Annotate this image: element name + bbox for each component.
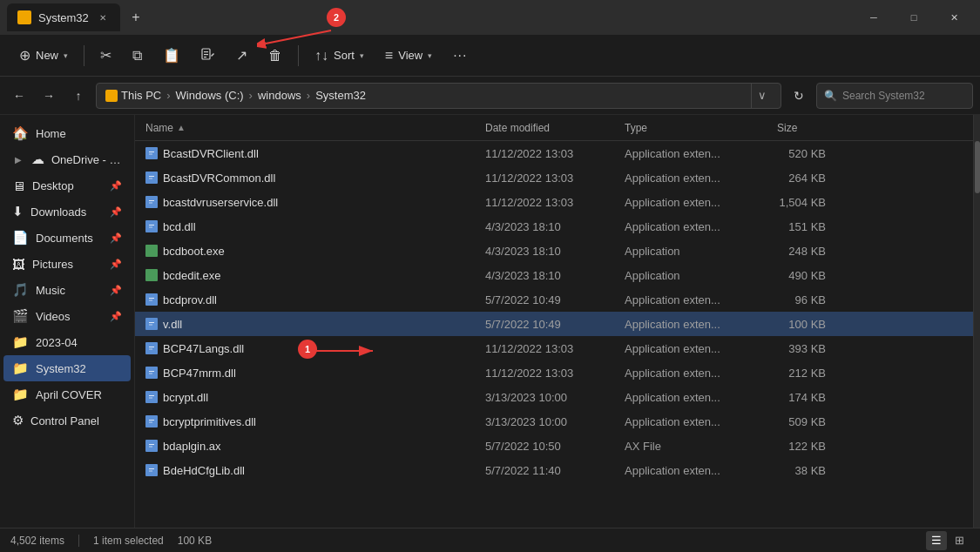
table-row[interactable]: bcdprov.dll 5/7/2022 10:49 Application e…: [135, 287, 973, 312]
sidebar-item-desktop[interactable]: 🖥 Desktop 📌: [3, 172, 131, 199]
search-placeholder: Search System32: [842, 90, 925, 102]
new-tab-button[interactable]: +: [124, 5, 148, 30]
table-row[interactable]: bcd.dll 4/3/2023 18:10 Application exten…: [135, 214, 973, 239]
refresh-button[interactable]: ↻: [787, 84, 811, 108]
arrow-annotation-2: [257, 26, 335, 52]
svg-rect-26: [149, 349, 152, 350]
table-row[interactable]: bdaplgin.ax 5/7/2022 10:50 AX File 122 K…: [135, 434, 973, 458]
sidebar-item-control-panel[interactable]: ⚙ Control Panel: [3, 407, 131, 434]
file-type: Application exten...: [625, 293, 720, 306]
file-size-cell: 96 KB: [767, 293, 836, 306]
table-row[interactable]: BcastDVRClient.dll 11/12/2022 13:03 Appl…: [135, 141, 973, 165]
file-type-cell: Application exten...: [614, 342, 767, 355]
table-row[interactable]: bcdedit.exe 4/3/2023 18:10 Application 4…: [135, 263, 973, 287]
view-list-button[interactable]: ☰: [926, 531, 947, 550]
address-path[interactable]: This PC › Windows (C:) › windows › Syste…: [96, 83, 781, 109]
cut-button[interactable]: ✂: [91, 41, 120, 71]
forward-button[interactable]: →: [37, 84, 61, 108]
file-type-cell: Application exten...: [614, 464, 767, 477]
rename-icon: [201, 47, 215, 64]
table-row[interactable]: bcastdvruserservice.dll 11/12/2022 13:03…: [135, 190, 973, 214]
file-type: Application exten...: [625, 172, 720, 185]
file-date-cell: 5/7/2022 10:50: [475, 440, 614, 453]
new-button[interactable]: ⊕ New ▾: [10, 41, 77, 71]
file-type: Application exten...: [625, 464, 720, 477]
svg-rect-16: [149, 225, 154, 226]
share-icon: ↗: [236, 47, 247, 64]
col-header-type[interactable]: Type: [614, 115, 767, 140]
copy-icon: ⧉: [132, 48, 142, 64]
col-header-date[interactable]: Date modified: [475, 115, 614, 140]
table-row[interactable]: v.dll 5/7/2022 10:49 Application exten..…: [135, 312, 973, 336]
file-name: bcdboot.exe: [163, 245, 225, 258]
toolbar: ⊕ New ▾ ✂ ⧉ 📋 ↗: [0, 35, 980, 77]
col-header-size[interactable]: Size: [767, 115, 836, 140]
documents-icon: 📄: [12, 230, 29, 246]
table-row[interactable]: BCP47Langs.dll 11/12/2022 13:03 Applicat…: [135, 336, 973, 360]
sidebar-item-downloads[interactable]: ⬇ Downloads 📌: [3, 199, 131, 225]
share-button[interactable]: ↗: [227, 41, 256, 71]
sidebar-item-system32[interactable]: 📁 System32: [3, 355, 131, 381]
table-row[interactable]: bcryptprimitives.dll 3/13/2023 10:00 App…: [135, 409, 973, 434]
view-button[interactable]: ≡ View ▾: [376, 41, 441, 71]
desktop-icon: 🖥: [12, 178, 25, 193]
view-grid-button[interactable]: ⊞: [949, 531, 970, 550]
close-button[interactable]: ✕: [935, 3, 973, 31]
up-button[interactable]: ↑: [66, 84, 91, 108]
sidebar-item-documents[interactable]: 📄 Documents 📌: [3, 225, 131, 251]
svg-rect-8: [149, 154, 152, 155]
tab-label: System32: [38, 11, 89, 24]
minimize-button[interactable]: ─: [855, 3, 893, 31]
tab-close-button[interactable]: ✕: [96, 10, 110, 24]
file-size-cell: 212 KB: [767, 367, 836, 380]
table-row[interactable]: BcastDVRCommon.dll 11/12/2022 13:03 Appl…: [135, 165, 973, 190]
file-name-cell: bcdprov.dll: [135, 293, 475, 306]
svg-rect-28: [149, 371, 154, 372]
arrow-annotation-1: [312, 342, 382, 368]
path-part-3: windows: [258, 89, 301, 102]
rename-button[interactable]: [193, 41, 224, 71]
path-separator-1: ›: [166, 89, 170, 102]
file-size: 96 KB: [795, 293, 826, 306]
svg-rect-9: [147, 173, 156, 182]
sidebar-label-april-cover: April COVER: [36, 388, 102, 401]
path-dropdown-button[interactable]: ∨: [751, 83, 772, 109]
scrollbar-thumb[interactable]: [975, 141, 980, 193]
file-type-cell: Application exten...: [614, 220, 767, 233]
sidebar-item-pictures[interactable]: 🖼 Pictures 📌: [3, 251, 131, 277]
pin-icon-music: 📌: [110, 285, 122, 296]
sidebar-item-april-cover[interactable]: 📁 April COVER: [3, 381, 131, 407]
table-row[interactable]: bcdboot.exe 4/3/2023 18:10 Application 2…: [135, 239, 973, 263]
more-icon: ···: [453, 48, 467, 64]
sidebar-label-home: Home: [36, 127, 66, 140]
more-button[interactable]: ···: [444, 41, 476, 71]
file-name: BcastDVRClient.dll: [163, 147, 259, 160]
sidebar-item-music[interactable]: 🎵 Music 📌: [3, 277, 131, 303]
view-chevron-icon: ▾: [428, 51, 432, 60]
svg-rect-41: [149, 471, 152, 472]
search-box[interactable]: 🔍 Search System32: [816, 83, 973, 109]
sidebar-item-home[interactable]: 🏠 Home: [3, 120, 131, 146]
copy-button[interactable]: ⧉: [124, 41, 151, 71]
file-type: Application exten...: [625, 147, 720, 160]
table-row[interactable]: BCP47mrm.dll 11/12/2022 13:03 Applicatio…: [135, 360, 973, 385]
file-size-cell: 248 KB: [767, 245, 836, 258]
tab-folder-icon: [17, 10, 31, 24]
table-row[interactable]: BdeHdCfgLib.dll 5/7/2022 11:40 Applicati…: [135, 458, 973, 482]
scrollbar-track[interactable]: [973, 115, 980, 528]
file-date: 4/3/2023 18:10: [485, 220, 561, 233]
file-list: BcastDVRClient.dll 11/12/2022 13:03 Appl…: [135, 141, 973, 528]
maximize-button[interactable]: □: [895, 3, 933, 31]
file-size-cell: 1,504 KB: [767, 196, 836, 209]
table-row[interactable]: bcrypt.dll 3/13/2023 10:00 Application e…: [135, 385, 973, 409]
col-header-name[interactable]: Name ▲: [135, 115, 475, 140]
pictures-icon: 🖼: [12, 257, 25, 272]
sidebar-item-onedrive[interactable]: ▶ ☁ OneDrive - Persi: [3, 146, 131, 172]
svg-rect-5: [204, 57, 206, 57]
active-tab[interactable]: System32 ✕: [7, 3, 120, 31]
paste-button[interactable]: 📋: [154, 41, 189, 71]
sidebar-item-2023-04[interactable]: 📁 2023-04: [3, 329, 131, 355]
path-separator-2: ›: [249, 89, 253, 102]
back-button[interactable]: ←: [7, 84, 31, 108]
sidebar-item-videos[interactable]: 🎬 Videos 📌: [3, 303, 131, 329]
